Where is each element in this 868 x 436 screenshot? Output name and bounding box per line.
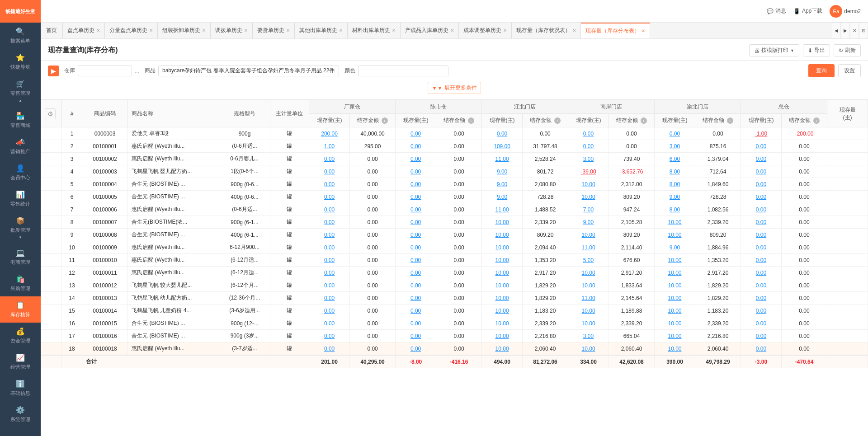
app-download-btn[interactable]: 📱 App下载 — [793, 7, 822, 15]
nanan-amt-info[interactable]: i — [641, 117, 647, 124]
sidebar-item-ecommerce[interactable]: 💻 电商管理 — [0, 244, 41, 270]
tab-close-icon[interactable]: ✕ — [244, 28, 248, 33]
sidebar-item-retail-mgmt[interactable]: 🛒 零售管理 ▲ — [0, 75, 41, 107]
refresh-btn[interactable]: ↻ 刷新 — [834, 44, 861, 56]
tab-close-icon[interactable]: ✕ — [392, 28, 396, 33]
tab-close-icon[interactable]: ✕ — [339, 28, 343, 33]
tab-finished-inbound[interactable]: 产成品入库单历史 ✕ — [401, 23, 459, 39]
sidebar-item-quicknav[interactable]: ⭐ 快捷导航 — [0, 49, 41, 75]
sidebar-item-operations[interactable]: 📈 经营管理 — [0, 349, 41, 375]
cell-chenshi-qty: 0.00 — [396, 153, 436, 165]
print-icon: 🖨 — [754, 47, 760, 54]
col-nanan-qty: 现存量(主) — [568, 114, 609, 127]
sidebar-item-wholesale[interactable]: 📦 批发管理 ▼ — [0, 212, 41, 244]
settings-btn[interactable]: 设置 — [838, 64, 861, 77]
refresh-icon: ↻ — [839, 47, 843, 54]
tab-close-all-btn[interactable]: ✕ — [850, 23, 859, 39]
cell-jiangbei-qty: 10.00 — [482, 305, 523, 317]
print-btn[interactable]: 🖨 按模版打印 ▼ — [749, 44, 799, 56]
filter-toggle-btn[interactable]: ▶ — [48, 66, 59, 76]
footer-factory-qty: 201.00 — [309, 355, 350, 368]
tab-close-icon[interactable]: ✕ — [96, 28, 100, 33]
query-btn[interactable]: 查询 — [808, 64, 835, 77]
user-profile-btn[interactable]: Ea demo2 — [830, 5, 861, 18]
tab-stocktake-history[interactable]: 盘点单历史 ✕ — [63, 23, 105, 39]
col-index-header: # — [62, 100, 82, 127]
sidebar-item-inventory[interactable]: 📋 库存核算 — [0, 296, 41, 323]
cell-nanan-qty: 10.00 — [568, 191, 609, 203]
sidebar-item-retail-stats[interactable]: 📊 零售统计 — [0, 186, 41, 212]
table-container[interactable]: ⚙ # 商品编码 商品名称 规格型号 主计量单位 厂家仓 陈市仓 江北门店 南岸… — [41, 100, 868, 436]
cell-current-qty — [827, 292, 868, 305]
sidebar-item-retail-store[interactable]: 🏪 零售商城 — [0, 107, 41, 133]
clipboard-icon: 📋 — [16, 301, 25, 309]
info-icon: ℹ️ — [16, 380, 25, 388]
cell-name: 合生元 (BIOSTIME) ... — [128, 191, 219, 203]
sidebar-item-marketing[interactable]: 📣 营销推广 — [0, 133, 41, 159]
cell-total-amt: 0.00 — [781, 191, 827, 203]
col-total-amt: 结存金额 i — [781, 114, 827, 127]
sidebar-item-search[interactable]: 🔍 搜索英单 — [0, 23, 41, 49]
cell-jiangbei-amt: 0.00 — [523, 127, 568, 140]
tab-home[interactable]: 首页 — [41, 23, 63, 39]
tab-close-active-icon[interactable]: ✕ — [642, 28, 645, 33]
goods-input[interactable] — [158, 66, 339, 76]
cell-factory-qty: 0.00 — [309, 305, 350, 317]
cell-yubei-amt: 1,829.20 — [695, 279, 741, 292]
cell-name: 合生元 (BIOSTIME) ... — [128, 330, 219, 342]
warehouse-input[interactable] — [78, 66, 132, 76]
col-unit-header: 主计量单位 — [270, 100, 309, 127]
jiangbei-amt-info[interactable]: i — [554, 117, 561, 124]
sidebar-item-members[interactable]: 👤 会员中心 — [0, 159, 41, 186]
tab-partstock-history[interactable]: 分量盘点单历史 ✕ — [105, 23, 158, 39]
warehouse-ellipsis[interactable]: ... — [135, 68, 139, 74]
chenshi-amt-info[interactable]: i — [468, 117, 474, 124]
total-amt-info[interactable]: i — [813, 117, 820, 124]
cell-index: 18 — [62, 342, 82, 356]
tab-cost-adjust[interactable]: 成本调整单历史 ✕ — [459, 23, 512, 39]
tab-other-outbound[interactable]: 其他出库单历史 ✕ — [295, 23, 348, 39]
expand-conditions-btn[interactable]: ▼▼ 展开更多条件 — [428, 82, 481, 94]
tab-stock-status[interactable]: 现存量（库存状况表） ✕ — [512, 23, 581, 39]
filter-color: 颜色 — [344, 66, 448, 76]
sidebar-item-system[interactable]: ⚙️ 系统管理 — [0, 401, 41, 427]
tab-close-icon[interactable]: ✕ — [503, 28, 507, 33]
tab-requisition-history[interactable]: 要货单历史 ✕ — [253, 23, 295, 39]
sidebar-item-label: 零售统计 — [10, 201, 30, 207]
tab-close-icon[interactable]: ✕ — [149, 28, 153, 33]
tab-close-icon[interactable]: ✕ — [202, 28, 206, 33]
tab-close-icon[interactable]: ✕ — [286, 28, 290, 33]
tab-next-btn[interactable]: ▶ — [841, 23, 850, 39]
export-btn[interactable]: ⬇ 导出 — [803, 44, 830, 56]
cell-unit: 罐 — [270, 330, 309, 342]
goods-label: 商品 — [145, 67, 156, 75]
tab-close-icon[interactable]: ✕ — [572, 28, 576, 33]
tab-assembly-history[interactable]: 组装拆卸单历史 ✕ — [158, 23, 211, 39]
cell-nanan-qty: 11.00 — [568, 292, 609, 305]
color-input[interactable] — [358, 66, 448, 76]
sidebar-item-basic-info[interactable]: ℹ️ 基础信息 — [0, 375, 41, 401]
tab-prev-btn[interactable]: ◀ — [832, 23, 841, 39]
tab-close-icon[interactable]: ✕ — [450, 28, 454, 33]
factory-amt-info[interactable]: i — [382, 117, 388, 124]
table-footer-row: 合计 201.00 40,295.00 -8.00 -416.16 494.00… — [41, 355, 868, 368]
yubei-amt-info[interactable]: i — [727, 117, 733, 124]
cell-total-qty: 0.00 — [741, 342, 782, 356]
table-row: 18 00100018 惠氏启醒 (Wyeth illu... (3-7岁适..… — [41, 342, 868, 356]
tab-stock-distribution[interactable]: 现存量（库存分布表） ✕ — [581, 23, 650, 39]
cell-jiangbei-amt: 809.20 — [523, 229, 568, 241]
cell-spec: 400g (0-6... — [219, 191, 270, 203]
tab-material-outbound[interactable]: 材料出库单历史 ✕ — [348, 23, 401, 39]
sidebar-item-purchase[interactable]: 🛍️ 采购管理 — [0, 270, 41, 296]
tab-transfer-history[interactable]: 调拨单历史 ✕ — [211, 23, 253, 39]
cell-yubei-qty: 9.00 — [655, 241, 695, 254]
cell-jiangbei-qty: 10.00 — [482, 292, 523, 305]
cell-jiangbei-qty: 10.00 — [482, 342, 523, 356]
message-btn[interactable]: 💬 消息 — [767, 7, 786, 15]
tab-expand-btn[interactable]: ⊡ — [859, 23, 868, 39]
sidebar-item-finance[interactable]: 💰 资金管理 — [0, 323, 41, 349]
cell-total-amt: 0.00 — [781, 292, 827, 305]
cell-factory-amt: 0.00 — [350, 216, 396, 229]
cell-factory-qty: 0.00 — [309, 279, 350, 292]
gear-button[interactable]: ⚙ — [45, 108, 56, 119]
